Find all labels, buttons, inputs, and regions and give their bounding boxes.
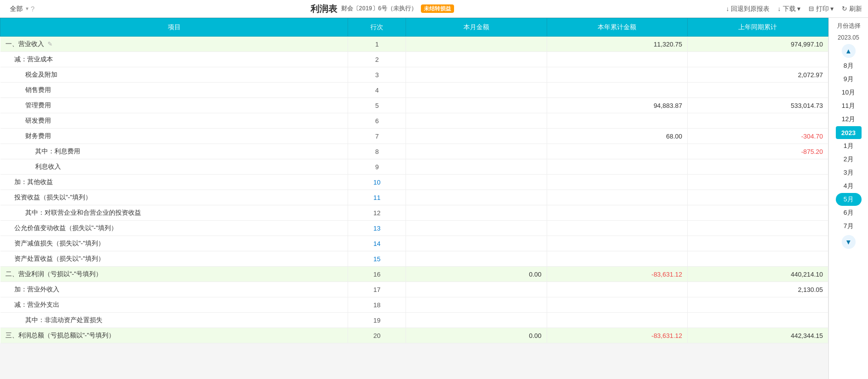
cell-last-year: 442,344.15: [687, 328, 828, 343]
sidebar-month-3月[interactable]: 3月: [836, 166, 862, 179]
cell-last-year: [687, 52, 828, 67]
main-container: 项目 行次 本月金额 本年累计金额 上年同期累计 一、营业收入 ✎111,320…: [0, 18, 868, 379]
cell-item: 利息收入: [0, 159, 348, 175]
chevron-down-icon: ▾: [26, 5, 29, 12]
table-row: 加：营业外收入172,130.05: [0, 282, 828, 297]
cell-year-total: [547, 313, 687, 328]
sidebar-down-button[interactable]: ▼: [842, 235, 856, 249]
cell-row-num: 3: [348, 67, 406, 83]
sidebar-month-2月[interactable]: 2月: [836, 153, 862, 166]
cell-year-total: [547, 159, 687, 175]
cell-row-num: 1: [348, 37, 406, 52]
sidebar-month-11月[interactable]: 11月: [836, 99, 862, 112]
cell-row-num: 9: [348, 159, 406, 175]
cell-year-total: [547, 297, 687, 313]
cell-year-total: 11,320.75: [547, 37, 687, 52]
cell-row-num: 19: [348, 313, 406, 328]
cell-year-total: [547, 83, 687, 98]
cell-year-total: [547, 67, 687, 83]
cell-item: 加：其他收益: [0, 175, 348, 190]
cell-last-year: -304.70: [687, 129, 828, 144]
cell-this-month: [406, 282, 547, 297]
cell-last-year: [687, 251, 828, 267]
cell-last-year: [687, 205, 828, 221]
col-header-year: 本年累计金额: [547, 18, 687, 37]
cell-row-num: 8: [348, 144, 406, 159]
cell-year-total: -83,631.12: [547, 328, 687, 343]
cell-item: 管理费用: [0, 98, 348, 113]
cell-this-month: [406, 236, 547, 251]
cell-year-total: [547, 52, 687, 67]
sidebar-up-button[interactable]: ▲: [842, 44, 856, 58]
cell-this-month: [406, 98, 547, 113]
sidebar-month-4月[interactable]: 4月: [836, 180, 862, 192]
top-left: 全部 ▾ ?: [6, 2, 39, 15]
sidebar-month-7月[interactable]: 7月: [836, 220, 862, 233]
sidebar-month-9月[interactable]: 9月: [836, 73, 862, 86]
sidebar-month-5月[interactable]: 5月: [836, 193, 862, 206]
sidebar-month-8月[interactable]: 8月: [836, 59, 862, 72]
profit-table: 项目 行次 本月金额 本年累计金额 上年同期累计 一、营业收入 ✎111,320…: [0, 18, 828, 343]
sidebar-month-12月[interactable]: 12月: [836, 113, 862, 126]
table-row: 投资收益（损失以"-"填列）11: [0, 190, 828, 205]
table-row: 减：营业外支出18: [0, 297, 828, 313]
sidebar-month-10月[interactable]: 10月: [836, 86, 862, 99]
table-row: 其中：非流动资产处置损失19: [0, 313, 828, 328]
cell-row-num: 12: [348, 205, 406, 221]
table-row: 财务费用768.00-304.70: [0, 129, 828, 144]
cell-last-year: [687, 236, 828, 251]
cell-year-total: [547, 236, 687, 251]
cell-last-year: 974,997.10: [687, 37, 828, 52]
download-button[interactable]: ↓ 下载 ▾: [777, 4, 801, 13]
report-meta: 财会〔2019〕6号（未执行）: [341, 4, 417, 13]
refresh-button[interactable]: ↻ 刷新: [842, 4, 862, 13]
table-row: 税金及附加32,072.97: [0, 67, 828, 83]
cell-last-year: [687, 83, 828, 98]
table-row: 资产处置收益（损失以"-"填列）15: [0, 251, 828, 267]
cell-row-num: 5: [348, 98, 406, 113]
col-header-lastyear: 上年同期累计: [687, 18, 828, 37]
selector-label: 全部: [10, 4, 23, 13]
cell-last-year: [687, 313, 828, 328]
cell-item: 财务费用: [0, 129, 348, 144]
table-row: 销售费用4: [0, 83, 828, 98]
cell-year-total: 94,883.87: [547, 98, 687, 113]
status-badge: 未结转损益: [421, 4, 454, 13]
table-row: 利息收入9: [0, 159, 828, 175]
edit-icon[interactable]: ✎: [46, 41, 52, 47]
cell-row-num: 15: [348, 251, 406, 267]
cell-item: 资产减值损失（损失以"-"填列）: [0, 236, 348, 251]
cell-year-total: [547, 205, 687, 221]
cell-last-year: [687, 175, 828, 190]
cell-item: 加：营业外收入: [0, 282, 348, 297]
cell-row-num: 14: [348, 236, 406, 251]
cell-row-num: 16: [348, 267, 406, 282]
cell-this-month: [406, 175, 547, 190]
cell-this-month: 0.00: [406, 267, 547, 282]
table-row: 研发费用6: [0, 113, 828, 129]
cell-year-total: [547, 221, 687, 236]
table-row: 其中：利息费用8-875.20: [0, 144, 828, 159]
table-row: 减：营业成本2: [0, 52, 828, 67]
print-button[interactable]: ⊟ 打印 ▾: [809, 4, 834, 13]
help-icon: ?: [31, 5, 35, 13]
cell-this-month: [406, 190, 547, 205]
cell-item: 税金及附加: [0, 67, 348, 83]
cell-item: 资产处置收益（损失以"-"填列）: [0, 251, 348, 267]
all-selector[interactable]: 全部 ▾ ?: [6, 2, 39, 15]
cell-last-year: 2,072.97: [687, 67, 828, 83]
top-center: 利润表 财会〔2019〕6号（未执行） 未结转损益: [310, 3, 454, 15]
table-row: 二、营业利润（亏损以"-"号填列）160.00-83,631.12440,214…: [0, 267, 828, 282]
sidebar-month-1月[interactable]: 1月: [836, 140, 862, 152]
cell-this-month: [406, 221, 547, 236]
cell-last-year: [687, 190, 828, 205]
top-right: ↓ 回退到原报表 ↓ 下载 ▾ ⊟ 打印 ▾ ↻ 刷新: [726, 4, 862, 13]
cell-last-year: [687, 221, 828, 236]
back-to-original-button[interactable]: ↓ 回退到原报表: [726, 4, 769, 13]
sidebar-month-6月[interactable]: 6月: [836, 206, 862, 219]
col-header-month: 本月金额: [406, 18, 547, 37]
cell-row-num: 18: [348, 297, 406, 313]
sidebar-month-2023[interactable]: 2023: [836, 126, 862, 139]
table-row: 管理费用594,883.87533,014.73: [0, 98, 828, 113]
cell-row-num: 7: [348, 129, 406, 144]
